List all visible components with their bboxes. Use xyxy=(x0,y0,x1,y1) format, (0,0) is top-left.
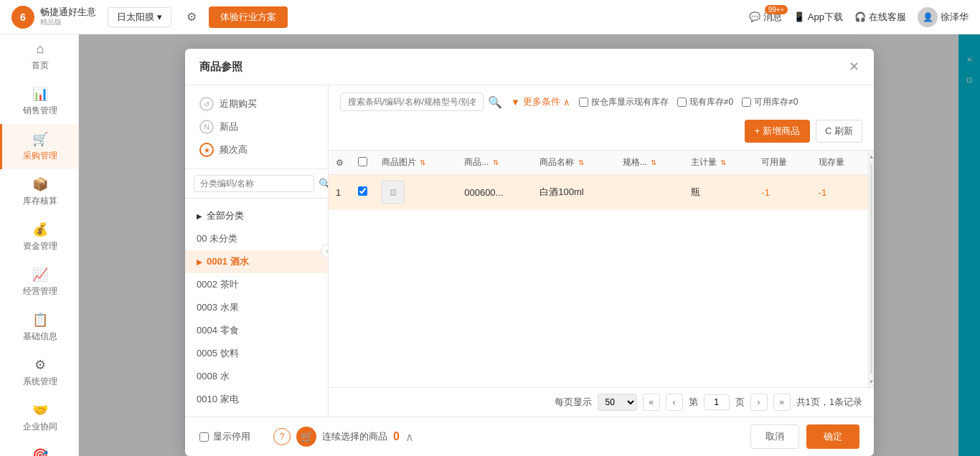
sidebar-item-sales[interactable]: 📊 销售管理 xyxy=(0,79,78,124)
page-label: 第 xyxy=(689,396,698,409)
quick-filter-new-label: 新品 xyxy=(220,120,238,133)
filter-check-warehouse-input[interactable] xyxy=(579,98,588,107)
sidebar-item-system[interactable]: ⚙ 系统管理 xyxy=(0,350,78,395)
category-drinks-label: 0005 饮料 xyxy=(197,347,239,360)
scroll-thumb[interactable] xyxy=(870,163,872,374)
sidebar-item-basics[interactable]: 📋 基础信息 xyxy=(0,305,78,350)
filter-bar: 🔍 ▼ 更多条件 ∧ 按仓库显示现有库存 xyxy=(329,85,874,151)
category-item-fruit[interactable]: 0003 水果 xyxy=(185,296,328,319)
try-solution-button[interactable]: 体验行业方案 xyxy=(209,6,288,28)
col-image[interactable]: 商品图片 ⇅ xyxy=(374,151,457,175)
sidebar-item-finance[interactable]: 💰 资金管理 xyxy=(0,214,78,260)
collapse-cart-button[interactable]: ∧ xyxy=(405,430,414,444)
current-page-input[interactable] xyxy=(704,394,730,410)
filter-check-available-nonzero[interactable]: 可用库存≠0 xyxy=(742,96,798,108)
scroll-down-button[interactable]: ▼ xyxy=(869,376,874,387)
refresh-button[interactable]: C 刷新 xyxy=(816,120,862,143)
cell-seq: 1 xyxy=(329,175,351,210)
mobile-icon: 📱 xyxy=(793,11,805,22)
product-search-input[interactable] xyxy=(340,92,484,111)
cell-checkbox[interactable] xyxy=(351,175,374,210)
sidebar-item-inventory-label: 库存核算 xyxy=(23,195,57,207)
col-stock-label: 现存量 xyxy=(819,157,844,167)
col-spec[interactable]: 规格... ⇅ xyxy=(616,151,684,175)
category-item-spirits[interactable]: ▶ 0001 酒水 xyxy=(185,250,328,273)
last-page-button[interactable]: » xyxy=(773,394,791,411)
logo-text-block: 畅捷通好生意 精品版 xyxy=(40,6,96,28)
page-size-select[interactable]: 50 100 200 xyxy=(598,394,637,411)
first-page-button[interactable]: « xyxy=(643,394,660,411)
cart-icon[interactable]: 🛒 xyxy=(296,427,316,447)
cell-code: 000600... xyxy=(457,175,532,210)
category-search-input[interactable] xyxy=(194,175,314,192)
message-icon: 💬 xyxy=(749,11,760,22)
table-row[interactable]: 1 🖼 000600... xyxy=(329,175,868,210)
filter-check-stock-nonzero[interactable]: 现有库存≠0 xyxy=(677,96,733,108)
quick-filter-new[interactable]: N 新品 xyxy=(194,115,319,138)
category-item-drinks[interactable]: 0005 饮料 xyxy=(185,342,328,365)
messages-nav-item[interactable]: 💬 消息 99++ xyxy=(749,11,782,24)
online-service-nav-item[interactable]: 🎧 在线客服 xyxy=(854,11,906,24)
category-search-button[interactable]: 🔍 xyxy=(319,178,329,189)
headset-icon: 🎧 xyxy=(854,11,866,22)
category-search-box: 🔍 xyxy=(185,169,328,199)
sidebar-item-enterprise[interactable]: 🤝 企业协同 xyxy=(0,395,78,440)
store-selector[interactable]: 日太阳膜 ▾ xyxy=(108,7,171,27)
cell-spec xyxy=(616,175,684,210)
sidebar-item-sales-label: 销售管理 xyxy=(23,105,57,117)
category-water-label: 0008 水 xyxy=(197,370,230,383)
sidebar-item-operations[interactable]: 📈 经营管理 xyxy=(0,260,78,305)
quick-filter-frequent[interactable]: ★ 频次高 xyxy=(194,138,319,161)
col-code[interactable]: 商品... ⇅ xyxy=(457,151,532,175)
category-item-unclassified[interactable]: 00 未分类 xyxy=(185,227,328,250)
sidebar-item-guide[interactable]: 🎯 新手引导 xyxy=(0,440,78,456)
category-active-arrow: ▶ xyxy=(197,258,202,266)
scroll-up-button[interactable]: ▲ xyxy=(869,151,874,162)
modal-body: ↺ 近期购买 N 新品 ★ 频次高 xyxy=(185,85,874,417)
help-icon[interactable]: ? xyxy=(273,428,291,445)
category-item-water[interactable]: 0008 水 xyxy=(185,365,328,388)
modal-left-panel: ↺ 近期购买 N 新品 ★ 频次高 xyxy=(185,85,329,417)
category-item-tea[interactable]: 0002 茶叶 xyxy=(185,273,328,296)
category-item-snacks[interactable]: 0004 零食 xyxy=(185,319,328,342)
modal-overlay: 商品参照 ✕ ↺ 近期购买 N xyxy=(79,34,980,456)
col-name[interactable]: 商品名称 ⇅ xyxy=(532,151,615,175)
row-checkbox[interactable] xyxy=(358,186,367,196)
sort-icon-spec: ⇅ xyxy=(651,158,656,166)
filter-check-stock-nonzero-input[interactable] xyxy=(677,98,687,107)
sidebar-item-inventory[interactable]: 📦 库存核算 xyxy=(0,169,78,214)
user-profile-nav-item[interactable]: 👤 徐泽华 xyxy=(918,7,969,27)
confirm-button[interactable]: 确定 xyxy=(806,424,859,449)
select-all-checkbox[interactable] xyxy=(358,157,367,166)
more-filter-button[interactable]: ▼ 更多条件 ∧ xyxy=(511,95,570,108)
next-page-button[interactable]: › xyxy=(750,394,768,411)
product-search-button[interactable]: 🔍 xyxy=(488,95,502,109)
cell-available: -1 xyxy=(754,175,811,210)
sidebar-item-purchase[interactable]: 🛒 采购管理 xyxy=(0,124,78,169)
col-settings[interactable]: ⚙ xyxy=(329,151,351,175)
app-download-nav-item[interactable]: 📱 App下载 xyxy=(793,11,843,24)
modal-title: 商品参照 xyxy=(199,60,242,74)
purchase-icon: 🛒 xyxy=(32,131,48,147)
category-all[interactable]: ▶ 全部分类 xyxy=(185,204,328,227)
basics-icon: 📋 xyxy=(32,312,48,328)
finance-icon: 💰 xyxy=(32,222,48,237)
category-item-appliances[interactable]: 0010 家电 xyxy=(185,388,328,411)
col-unit[interactable]: 主计量 ⇅ xyxy=(684,151,754,175)
modal-close-button[interactable]: ✕ xyxy=(849,59,859,75)
prev-page-button[interactable]: ‹ xyxy=(666,394,683,411)
home-icon: ⌂ xyxy=(37,42,44,57)
sidebar-item-home[interactable]: ⌂ 首页 xyxy=(0,34,78,79)
col-checkbox[interactable] xyxy=(351,151,374,175)
cancel-button[interactable]: 取消 xyxy=(750,424,799,449)
filter-icon: ▼ xyxy=(511,97,520,108)
filter-check-available-nonzero-input[interactable] xyxy=(742,98,751,107)
filter-check-warehouse[interactable]: 按仓库显示现有库存 xyxy=(579,96,669,108)
quick-filter-recent[interactable]: ↺ 近期购买 xyxy=(194,92,319,115)
show-disabled-checkbox-label[interactable]: 显示停用 xyxy=(199,430,250,443)
show-disabled-checkbox[interactable] xyxy=(199,432,209,442)
sidebar-item-home-label: 首页 xyxy=(32,60,49,72)
username-label: 徐泽华 xyxy=(941,11,969,24)
settings-icon[interactable]: ⚙ xyxy=(180,6,203,29)
add-product-button[interactable]: + 新增商品 xyxy=(745,120,810,143)
